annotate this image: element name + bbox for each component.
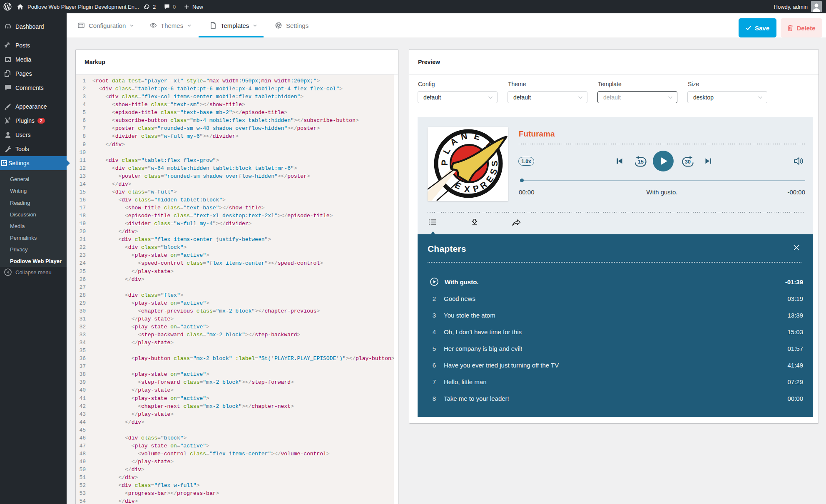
svg-text:30: 30 <box>685 159 691 165</box>
svg-text:X: X <box>464 184 470 194</box>
svg-text:P: P <box>440 160 449 166</box>
svg-text:S: S <box>490 161 499 166</box>
svg-text:15: 15 <box>638 159 644 165</box>
